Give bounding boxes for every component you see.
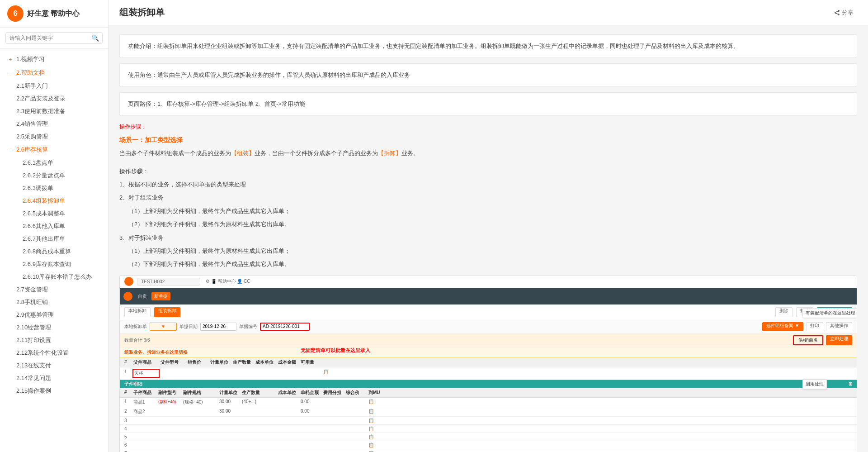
sim-cell-r1-unit [209,369,232,378]
sim-col-action [322,359,336,366]
sidebar-item-data-prep[interactable]: 2.3使用前数据准备 [0,105,108,118]
sidebar-item-faq[interactable]: 2.14常见问题 [0,372,108,385]
sidebar-item-stock-ledger[interactable]: 2.6.9库存账本查询 [0,258,108,271]
sim-cell-r1-act: 📋 [322,369,336,378]
sim-lower-row-3: 3 📋 [120,417,857,425]
sim-divider-bar: 子件明细 ⊞ [120,380,857,388]
sim-lh-price: 综合价 [345,389,368,396]
logo-icon: 6 [7,5,24,22]
sim-col-num: # [123,359,132,366]
intro-block: 功能介绍：组装拆卸单用来处理企业组装或拆卸等加工业务，支持有固定装配清单的产品加… [119,34,857,58]
sim-lh-item: 子件商品 [132,389,157,396]
annotation1-text: 有装配清单的在这里处理 [806,310,855,315]
step3: 3、对于拆装业务 [119,233,857,243]
sim-lower-row-2: 2 商品2 30.00 0.00 📋 [120,407,857,417]
sim-lr2-num: 2 [123,408,132,415]
sim-cell-r1-avail [300,369,322,378]
nav-tree: ＋ 1.视频学习 － 2.帮助文档 2.1新手入门 2.2产品安装及登录 2.3… [0,49,108,452]
sim-lr2-action: 📋 [368,408,381,415]
sidebar-item-cost-adjust[interactable]: 2.6.5成本调整单 [0,207,108,220]
path-text: 页面路径：1、库存核算->库存管理->组装拆卸单 2、首页->常用功能 [128,100,305,107]
sidebar-item-online-pay[interactable]: 2.13在线支付 [0,359,108,372]
sim-col-prod-qty: 生产数量 [232,359,255,366]
sim-col-parent-item: 父件商品 [132,359,160,366]
sidebar-item-other-in[interactable]: 2.6.6其他入库单 [0,220,108,233]
sidebar-item-mobile[interactable]: 2.8手机旺铺 [0,296,108,309]
search-icon[interactable]: 🔍 [91,34,99,42]
sim-lh-spec: 副件规格 [182,389,218,396]
ops-steps-title: 操作步骤： [119,166,857,176]
sidebar-item-install[interactable]: 2.2产品安装及登录 [0,92,108,105]
sim-logo [124,277,133,286]
sim-btn-assembly: 组装拆卸 [154,307,180,317]
sim-btn-confirm: 选件明细备案 ▼ [762,322,803,331]
main-area: 组装拆卸单 分享 功能介绍：组装拆卸单用来处理企业组装或拆卸等加工业务，支持有固… [108,0,868,452]
sidebar-item-partial-stocktake[interactable]: 2.6.2分量盘点单 [0,169,108,182]
sidebar-item-coupon[interactable]: 2.9优惠券管理 [0,309,108,321]
step3-1: （1）上部明细为父件明细，最终作为原材料生成其它出库单； [119,246,857,256]
sim-partner-label: 供/销商名 [798,337,818,343]
sim-lh-qty: 生产数量 [241,389,277,396]
sim-lr1-model: (副料+40) [157,399,182,406]
sidebar-item-inventory[interactable]: － 2.6库存核算 [0,143,108,157]
sim-lr1-spec: (规格+40) [182,399,218,406]
main-content: 功能介绍：组装拆卸单用来处理企业组装或拆卸等加工业务，支持有固定装配清单的产品加… [108,25,868,452]
sidebar-item-cases[interactable]: 2.15操作案例 [0,385,108,397]
sim-lr1-item: 商品1 [132,399,157,406]
sidebar-item-ledger-fix[interactable]: 2.6.10库存账本错了怎么办 [0,271,108,283]
sim-address-bar: TEST-H002 [137,278,200,285]
sidebar-item-docs[interactable]: － 2.帮助文档 [0,66,108,80]
sim-type-label: ▼ [161,324,165,329]
annotation-assembly-list: 有装配清单的在这里处理 [802,311,821,315]
sim-lh-unit: 计量单位 [218,389,241,396]
plus-icon: ＋ [7,56,14,62]
share-icon [834,10,840,16]
sidebar-item-customization[interactable]: 2.12系统个性化设置 [0,347,108,359]
sim-browser-bar: TEST-H002 ⚙ 📱 帮助中心 👤 CC [120,276,857,288]
sim-partner-input: 供/销商名 [793,335,823,345]
sim-btn-delete: 删除 [775,307,793,317]
sim-lr1-share [322,399,345,406]
sim-lower-row-6: 6 📋 [120,441,857,449]
sidebar-item-stocktake[interactable]: 2.6.1盘点单 [0,157,108,169]
search-box: 🔍 [0,28,108,49]
sim-lr2-spec [182,408,218,415]
minus-icon: － [7,70,14,76]
sidebar-item-sales[interactable]: 2.4销售管理 [0,118,108,130]
sim-lower-row-1: 1 商品1 (副料+40) (规格+40) 30.00 (40+...) 0.0… [120,398,857,407]
sim-upper-table: # 父件商品 父件型号 销售价 计量单位 生产数量 成本单位 成本金额 可用量 … [120,358,857,380]
sidebar-item-video-learning[interactable]: ＋ 1.视频学习 [0,52,108,66]
sidebar-item-other-out[interactable]: 2.6.7其他出库单 [0,233,108,245]
sim-lr1-costunit [277,399,300,406]
sidebar-item-purchase[interactable]: 2.5采购管理 [0,130,108,143]
sim-menu-items: 自贡 新单据 [135,292,170,300]
sim-upper-row-1: 1 关杯 📋 [120,367,857,380]
step2: 2、对于组装业务 [119,192,857,203]
sidebar-item-management[interactable]: 2.10经营管理 [0,321,108,334]
sim-toolbar: 本地拆卸 组装拆卸 删除 打印 选件明细备案 [120,305,857,320]
sim-lh-model: 副件型号 [157,389,182,396]
sidebar-item-cost-recalc[interactable]: 2.6.8商品成本重算 [0,245,108,258]
sim-cell-r1-item: 关杯 [132,369,160,378]
sim-num-input[interactable] [260,323,310,331]
sim-screenshot: TEST-H002 ⚙ 📱 帮助中心 👤 CC 自贡 新单据 本地拆卸 组装拆卸 [120,276,857,452]
share-button[interactable]: 分享 [830,7,857,19]
sim-lower-table: # 子件商品 副件型号 副件规格 计量单位 生产数量 成本单位 单耗金额 费用分… [120,388,857,452]
sim-lh-num: # [123,389,132,396]
sim-cell-r1-num: 1 [123,369,132,378]
ops-title: 操作步骤： [119,123,857,131]
sim-lower-header: # 子件商品 副件型号 副件规格 计量单位 生产数量 成本单位 单耗金额 费用分… [120,388,857,398]
sidebar-item-print[interactable]: 2.11打印设置 [0,334,108,347]
sidebar-item-new-user[interactable]: 2.1新手入门 [0,80,108,92]
sidebar-item-finance[interactable]: 2.7资金管理 [0,283,108,296]
search-input[interactable] [5,32,103,44]
step1: 1、根据不同的业务，选择不同单据的类型来处理 [119,179,857,190]
sim-lower-row-4: 4 📋 [120,425,857,433]
annotation-bubble-1: 有装配清单的在这里处理 [802,308,857,318]
sim-lower-row-7: 7 📋 [120,449,857,452]
sim-lr2-item: 商品2 [132,408,157,415]
sim-date-input[interactable] [200,323,236,331]
sidebar-item-assembly[interactable]: 2.6.4组装拆卸单 [0,195,108,207]
sim-btn-local-disassembly: 本地拆卸 [124,307,151,317]
sidebar-item-transfer[interactable]: 2.6.3调拨单 [0,182,108,195]
